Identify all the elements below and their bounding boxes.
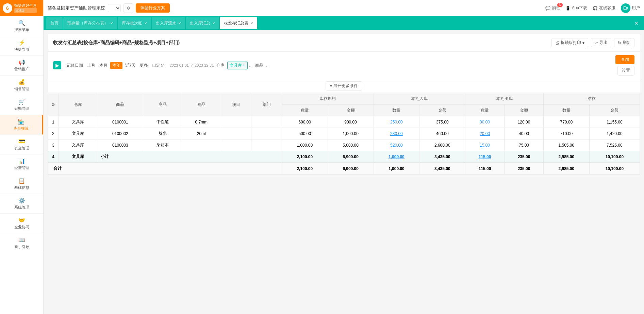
nav-label-purchase: 采购管理	[14, 106, 29, 111]
sidebar-tag: 标准版	[14, 8, 37, 13]
print-label: 拆锁版打印	[561, 40, 581, 46]
sidebar-item-inventory[interactable]: 🏪 库存核算	[0, 115, 43, 135]
tab-close-batch[interactable]: ✕	[144, 21, 147, 25]
nav-icon-guide: 📖	[18, 237, 25, 243]
sidebar-item-operations[interactable]: 📊 经营管理	[0, 154, 43, 174]
tab-close-flow[interactable]: ✕	[178, 21, 181, 25]
message-button[interactable]: 💬 消息 6	[545, 5, 560, 11]
row-warehouse: 文具库	[59, 116, 97, 128]
row-out-qty[interactable]: 80.00	[465, 116, 505, 128]
filter-setting-button[interactable]: 设置	[617, 66, 634, 76]
date-btn-近7天[interactable]: 近7天	[124, 62, 137, 69]
filter-toggle-button[interactable]: ▶	[53, 61, 61, 69]
nav-label-quick: 快捷导航	[14, 47, 29, 52]
refresh-label: 刷新	[623, 40, 631, 46]
row-out-qty[interactable]: 20.00	[465, 128, 505, 139]
subtotal-seq: 4	[48, 151, 59, 163]
warehouse-tag-text: 文具库	[230, 63, 242, 68]
product-more[interactable]: ...	[266, 63, 269, 68]
query-button[interactable]: 查询	[615, 55, 634, 64]
tab-label-stock_dist: 现存量（库存分布表）	[67, 20, 108, 26]
nav-icon-marketing: 📢	[18, 59, 25, 66]
sidebar-item-marketing[interactable]: 📢 营销推广	[0, 56, 43, 76]
app-icon: 📱	[565, 6, 571, 11]
tab-recv_summary[interactable]: 收发存汇总表✕	[220, 17, 257, 29]
row-in-qty[interactable]: 520.00	[374, 139, 419, 151]
date-btn-上月[interactable]: 上月	[86, 62, 97, 69]
tab-batch[interactable]: 库存批次账✕	[118, 17, 151, 29]
subtotal-init-amt: 6,900.00	[328, 151, 374, 163]
tab-summary[interactable]: 出入库汇总✕	[186, 17, 219, 29]
export-icon: ↗	[595, 40, 598, 45]
sidebar-item-purchase[interactable]: 🛒 采购管理	[0, 95, 43, 115]
nav-icon-finance: 💳	[18, 138, 25, 145]
sidebar: 6 畅捷通好生意 标准版 🔍 搜索菜单⚡ 快捷导航📢 营销推广💰 销售管理🛒 采…	[0, 0, 44, 314]
row-seq: 1	[48, 116, 59, 128]
row-code: 0100002	[97, 128, 143, 139]
row-seq: 3	[48, 139, 59, 151]
dept-col-header: 部门	[251, 93, 282, 116]
total-bal-qty: 2,985.00	[543, 163, 589, 175]
row-project	[221, 116, 251, 128]
sidebar-item-guide[interactable]: 📖 新手引导	[0, 233, 43, 253]
out-qty-header: 数量	[465, 105, 505, 116]
close-all-tabs-button[interactable]: ✕	[631, 20, 641, 27]
sidebar-item-sales[interactable]: 💰 销售管理	[0, 76, 43, 95]
row-in-qty[interactable]: 250.00	[374, 116, 419, 128]
settings-icon[interactable]: ⚙	[123, 3, 133, 13]
warehouse-tag-remove[interactable]: ✕	[243, 64, 245, 67]
tab-close-recv_summary[interactable]: ✕	[250, 21, 253, 25]
tab-flow[interactable]: 出入库流水✕	[152, 17, 185, 29]
tab-close-stock_dist[interactable]: ✕	[110, 21, 113, 25]
date-filter-label: 记账日期	[67, 63, 83, 68]
row-code: 0100003	[97, 139, 143, 151]
trial-button[interactable]: 体验行业方案	[136, 3, 170, 13]
system-select[interactable]	[108, 4, 121, 12]
export-button[interactable]: ↗ 导出	[591, 38, 611, 47]
tab-home[interactable]: 首页	[46, 17, 63, 29]
nav-icon-purchase: 🛒	[18, 99, 25, 105]
row-out-amt: 120.00	[505, 116, 544, 128]
nav-icon-search: 🔍	[18, 20, 25, 26]
sidebar-item-system[interactable]: ⚙️ 系统管理	[0, 194, 43, 214]
date-btn-本月[interactable]: 本月	[98, 62, 109, 69]
warehouse-tag[interactable]: 文具库 ✕	[227, 62, 248, 69]
sidebar-item-finance[interactable]: 💳 资金管理	[0, 135, 43, 154]
row-out-qty[interactable]: 15.00	[465, 139, 505, 151]
data-table-wrapper: ⚙ 仓库 商品 商品 商品 项目 部门 库存期初 本期入库 本期出库 结存	[48, 93, 640, 175]
out-period-header: 本期出库	[465, 93, 544, 105]
expand-conditions-button[interactable]: ▾ 展开更多条件	[326, 81, 362, 90]
tab-label-home: 首页	[50, 20, 59, 26]
filter-bar: ▶ 记账日期 上月本月本年近7天更多自定义 2023-01-01 至 2023-…	[48, 52, 640, 79]
sidebar-item-basic[interactable]: 📋 基础信息	[0, 174, 43, 194]
page-header: 收发存汇总表(按仓库+商品编码+商品+规格型号+项目+部门) 🖨 拆锁版打印 ▾…	[48, 34, 640, 52]
refresh-button[interactable]: ↻ 刷新	[614, 38, 634, 47]
tab-close-summary[interactable]: ✕	[212, 21, 215, 25]
user-menu[interactable]: Ea 用户	[621, 3, 640, 13]
date-btn-更多[interactable]: 更多	[138, 62, 149, 69]
nav-icon-inventory: 🏪	[18, 118, 24, 125]
tab-stock_dist[interactable]: 现存量（库存分布表）✕	[63, 17, 117, 29]
product-filter-label: 商品	[255, 63, 263, 68]
row-in-qty[interactable]: 230.00	[374, 128, 419, 139]
row-spec	[182, 139, 221, 151]
sidebar-item-quick[interactable]: ⚡ 快捷导航	[0, 36, 43, 56]
tab-label-flow: 出入库流水	[156, 20, 176, 26]
nav-icon-system: ⚙️	[18, 197, 25, 204]
service-button[interactable]: 🎧 在线客服	[593, 5, 615, 11]
app-download-button[interactable]: 📱 App下载	[565, 5, 587, 11]
date-btn-自定义[interactable]: 自定义	[151, 62, 166, 69]
print-button[interactable]: 🖨 拆锁版打印 ▾	[551, 38, 588, 47]
sidebar-item-enterprise[interactable]: 🤝 企业协同	[0, 214, 43, 233]
row-dept	[251, 128, 282, 139]
warehouse-more[interactable]: ...	[249, 63, 252, 68]
subtotal-in-qty[interactable]: 1,000.00	[374, 151, 419, 163]
date-btn-本年[interactable]: 本年	[110, 62, 122, 69]
subtotal-out-qty[interactable]: 115.00	[465, 151, 505, 163]
subtotal-warehouse: 文具库	[59, 151, 97, 163]
sidebar-item-search[interactable]: 🔍 搜索菜单	[0, 16, 43, 36]
message-icon: 💬	[545, 6, 550, 11]
sidebar-nav: 🔍 搜索菜单⚡ 快捷导航📢 营销推广💰 销售管理🛒 采购管理🏪 库存核算💳 资金…	[0, 16, 43, 314]
row-bal-amt: 1,155.00	[589, 116, 640, 128]
in-qty-header: 数量	[374, 105, 419, 116]
